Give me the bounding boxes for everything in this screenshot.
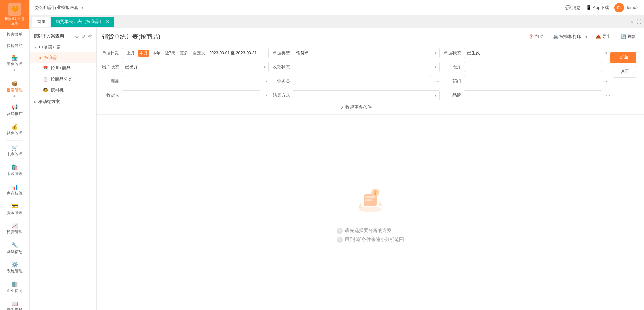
date-btn-last-month[interactable]: 上月 xyxy=(125,50,137,57)
scheme-item-by-category-label: 按商品分类 xyxy=(51,76,72,82)
message-action[interactable]: 💬 消息 xyxy=(565,5,581,11)
salesperson-input[interactable] xyxy=(293,76,431,86)
sidebar-item-ecommerce[interactable]: 🛒 电商管理 xyxy=(0,141,29,161)
refresh-btn[interactable]: 🔄 刷新 xyxy=(618,32,639,41)
payment-label: 收款状态 xyxy=(273,64,290,70)
date-btn-this-month[interactable]: 本月 xyxy=(138,50,149,57)
brand-input[interactable] xyxy=(464,90,602,100)
receiver-dots-icon[interactable]: ··· xyxy=(264,92,269,98)
search-menu[interactable]: 搜索菜单 xyxy=(0,29,29,40)
tab-maximize-icon[interactable]: ⛶ xyxy=(637,19,641,24)
user-avatar: Ea xyxy=(614,3,624,12)
sidebar-item-guide[interactable]: 📖 新手引导 xyxy=(0,297,29,310)
template-print-arrow-icon[interactable]: ▾ xyxy=(584,33,589,41)
doctype-value: 销货单 xyxy=(296,50,309,56)
date-btn-custom[interactable]: 自定义 xyxy=(191,50,207,57)
quick-nav[interactable]: 快捷导航 xyxy=(0,40,29,51)
filter-salesperson-item: 业务员 ··· xyxy=(273,76,439,86)
help-btn[interactable]: ❓ 帮助 xyxy=(526,32,546,41)
template-print-label: 按模板打印 xyxy=(559,34,581,40)
date-range-control[interactable]: 上月 本月 本年 近7天 更多 自定义 2023-03-01 至 2023-03… xyxy=(122,48,269,58)
collapse-panel-btn[interactable]: ≪ xyxy=(87,33,92,39)
tab-close-window-icon[interactable]: ✕ xyxy=(630,19,634,24)
user-section[interactable]: Ea demo2 xyxy=(614,3,639,12)
workspace-arrow-icon[interactable]: ▾ xyxy=(81,5,83,10)
ecommerce-icon: 🛒 xyxy=(11,145,18,151)
edit-scheme-btn[interactable]: ⊙ xyxy=(81,33,85,39)
goods-input[interactable] xyxy=(122,76,260,86)
filter-row-3: 商品 ··· 业务员 ··· xyxy=(102,76,610,86)
sidebar-item-enterprise-label: 企业协同 xyxy=(7,288,23,294)
receiver-label: 收货人 xyxy=(102,92,119,98)
tab-bar: 首页 销货单统计表（按商品） ✕ ✕ ⛶ xyxy=(30,15,644,28)
logo-title: 畅捷通好生意 xyxy=(5,17,25,21)
empty-hint-2: ② 用[过滤]条件来缩小分析范围 xyxy=(337,237,404,243)
sidebar-item-wholesale[interactable]: 📦 批发管理 ▲ xyxy=(0,77,29,101)
payment-select[interactable]: ▾ xyxy=(293,62,439,72)
salesperson-dots-icon[interactable]: ··· xyxy=(435,78,439,84)
filter-date-item: 单据日期 上月 本月 本年 近7天 更多 自定义 xyxy=(102,48,269,58)
sidebar-item-marketing[interactable]: 📢 营销推广 xyxy=(0,101,29,120)
page-header-actions: ❓ 帮助 🖨️ 按模板打印 ▾ 📤 导出 xyxy=(526,32,639,41)
query-button[interactable]: 查询 xyxy=(610,52,636,63)
receiver-input[interactable] xyxy=(122,90,260,100)
scheme-item-by-goods[interactable]: ● 按商品 xyxy=(30,52,96,63)
app-download-icon: 📱 xyxy=(586,5,591,10)
goods-dots-icon[interactable]: ··· xyxy=(264,78,269,84)
filter-actions: ∧ 收起更多条件 xyxy=(102,104,610,110)
svg-rect-3 xyxy=(365,199,372,201)
export-btn[interactable]: 📤 导出 xyxy=(593,32,614,41)
sidebar-item-enterprise[interactable]: 🏢 企业协同 xyxy=(0,277,29,297)
app-download-action[interactable]: 📱 App下载 xyxy=(586,5,609,11)
scheme-item-by-month-goods[interactable]: 📅 按月+商品 xyxy=(30,63,96,74)
sidebar-item-inventory[interactable]: 📊 库存核算 xyxy=(0,180,29,200)
operation-icon: 📈 xyxy=(11,222,18,229)
date-btn-more[interactable]: 更多 xyxy=(178,50,190,57)
scheme-item-by-month-goods-label: 按月+商品 xyxy=(51,65,71,71)
filter-row-4: 收货人 ··· 结算方式 ▾ xyxy=(102,90,610,100)
template-print-main[interactable]: 🖨️ 按模板打印 xyxy=(550,32,584,41)
collapse-btn[interactable]: ∧ 收起更多条件 xyxy=(341,104,372,110)
date-quick-btns: 上月 本月 本年 近7天 更多 自定义 xyxy=(125,50,207,57)
settlement-select[interactable]: ▾ xyxy=(293,90,439,100)
sidebar-item-purchase[interactable]: 🛍️ 采购管理 xyxy=(0,161,29,180)
brand-dots-icon[interactable]: ··· xyxy=(606,92,610,98)
scheme-group-mobile-header[interactable]: ▶ 移动端方案 xyxy=(30,97,96,107)
date-btn-7days[interactable]: 近7天 xyxy=(163,50,177,57)
date-btn-this-year[interactable]: 本年 xyxy=(151,50,162,57)
tab-report-label: 销货单统计表（按商品） xyxy=(56,19,104,25)
sidebar-item-finance[interactable]: 💳 资金管理 xyxy=(0,200,29,219)
docstatus-select[interactable]: 已生效 ▾ xyxy=(464,48,610,58)
header-left: 办公用品行业模拟账套 ▾ xyxy=(35,5,83,11)
docstatus-label: 单据状态 xyxy=(444,50,461,56)
svg-marker-9 xyxy=(379,201,382,206)
sidebar: 🧡 畅捷通好生意 标版 搜索菜单 快捷导航 🏪 零售管理 ▼ 📦 批发管理 ▲ … xyxy=(0,0,30,310)
app-logo[interactable]: 🧡 畅捷通好生意 标版 xyxy=(0,0,29,29)
sidebar-item-sales[interactable]: 💰 销售管理 xyxy=(0,120,29,140)
empty-illustration xyxy=(354,183,387,222)
sidebar-item-system[interactable]: ⚙️ 系统管理 xyxy=(0,258,29,277)
tab-report[interactable]: 销货单统计表（按商品） ✕ xyxy=(51,17,114,27)
warehouse-dots-icon[interactable]: ··· xyxy=(606,64,610,70)
tab-close-icon[interactable]: ✕ xyxy=(106,19,110,24)
guide-icon: 📖 xyxy=(11,300,18,307)
sidebar-item-retail[interactable]: 🏪 零售管理 ▼ xyxy=(0,51,29,75)
retail-arrow-icon: ▼ xyxy=(13,68,16,72)
tab-home[interactable]: 首页 xyxy=(32,17,50,27)
scheme-item-by-category[interactable]: 📋 按商品分类 xyxy=(30,74,96,85)
filter-panel-header: 按以下方案查询 ⊕ ⊙ ≪ xyxy=(30,31,96,41)
sidebar-item-operation[interactable]: 📈 经营管理 xyxy=(0,219,29,239)
add-scheme-btn[interactable]: ⊕ xyxy=(75,33,79,39)
dept-select[interactable]: ▾ xyxy=(464,76,610,86)
doctype-select[interactable]: 销货单 ▾ xyxy=(293,48,439,58)
settings-button[interactable]: 设置 xyxy=(613,66,636,78)
warehouse-input[interactable] xyxy=(464,62,602,72)
doctype-label: 单据类型 xyxy=(273,50,290,56)
scheme-group-pc-header[interactable]: ▼ 电脑端方案 xyxy=(30,42,96,52)
scheme-group-pc: ▼ 电脑端方案 ● 按商品 📅 按月+商品 📋 按商品分类 🧑 按司机 xyxy=(30,42,96,95)
sidebar-item-basic[interactable]: 🔧 基础信息 xyxy=(0,239,29,258)
scheme-item-by-clerk[interactable]: 🧑 按司机 xyxy=(30,85,96,95)
outbound-select[interactable]: 已出库 ▾ xyxy=(122,62,269,72)
filter-outbound-item: 出库状态 已出库 ▾ xyxy=(102,62,269,72)
empty-svg xyxy=(354,183,387,216)
